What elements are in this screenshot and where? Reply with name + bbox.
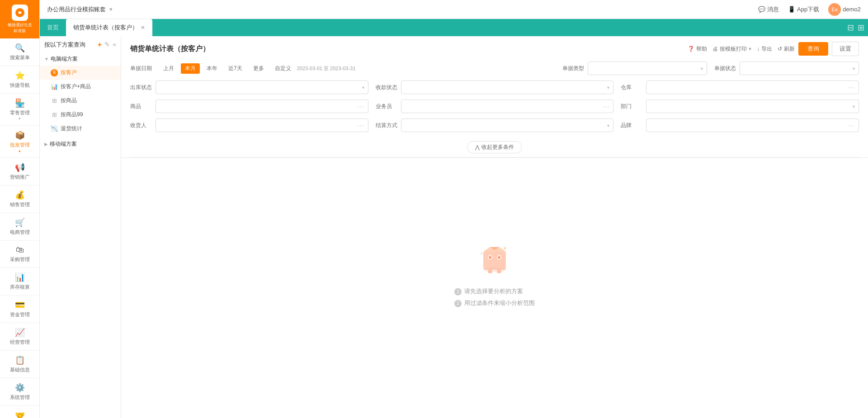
expand-triangle-icon: ▼ [44, 57, 49, 62]
date-btn-last-7[interactable]: 近7天 [224, 63, 246, 74]
pay-status-control[interactable]: ▾ [401, 81, 614, 94]
sidebar-item-label: 库存核算 [10, 284, 30, 290]
scheme-item-by-goods[interactable]: ⊞ 按商品 [40, 94, 121, 108]
tab-home[interactable]: 首页 [40, 19, 66, 36]
filter-settle-method: 结算方式 ▾ [376, 119, 614, 132]
minimize-icon[interactable]: ⊟ [847, 23, 854, 33]
out-status-control[interactable]: ▾ [156, 81, 368, 94]
sidebar-item-sales[interactable]: 💰 销售管理 [0, 185, 39, 213]
main-area: 办公用品行业模拟账套 ▾ 💬 消息 📱 App下载 Ea demo2 首页 [40, 0, 868, 418]
brand-control[interactable]: ··· [646, 119, 859, 132]
scheme-item-by-goods-99[interactable]: ⊞ 按商品99 [40, 108, 121, 122]
sidebar-item-enterprise[interactable]: 🤝 企业协同 [0, 406, 39, 418]
sidebar-item-inventory[interactable]: 📊 库存核算 [0, 268, 39, 295]
sidebar-item-system[interactable]: ⚙️ 系统管理 [0, 378, 39, 406]
collapse-up-icon: ⋀ [475, 144, 480, 151]
sidebar-item-search[interactable]: 🔍 搜索菜单 [0, 38, 39, 66]
scheme-item-label: 按客户+商品 [61, 83, 91, 90]
page-title: 销货单统计表（按客户） [130, 44, 210, 54]
filter-date: 单据日期 上月 本月 本年 近7天 更多 自定义 2023-03-01 至 20… [130, 63, 555, 74]
filter-warehouse: 仓库 ··· [621, 81, 859, 94]
message-button[interactable]: 💬 消息 [758, 5, 779, 14]
collapse-row[interactable]: ⋀ 收起更多条件 [130, 138, 859, 157]
date-shortcuts: 上月 本月 本年 近7天 更多 自定义 [159, 63, 295, 74]
date-btn-last-month[interactable]: 上月 [159, 63, 178, 74]
scheme-group-desktop-header[interactable]: ▼ 电脑端方案 [40, 52, 121, 66]
receiver-control[interactable]: ··· [156, 119, 368, 132]
scheme-group-mobile: ▶ 移动端方案 [40, 138, 121, 151]
sidebar-item-quick-nav[interactable]: ⭐ 快捷导航 [0, 66, 39, 94]
warehouse-dots-icon: ··· [848, 84, 855, 91]
filter-pay-status: 收款状态 ▾ [376, 81, 614, 94]
app-logo: 畅捷通好生意 标准版 [0, 0, 39, 38]
tab-close-icon[interactable]: ✕ [141, 24, 145, 31]
refresh-button[interactable]: ↺ 刷新 [778, 45, 795, 53]
ecommerce-icon: 🛒 [15, 218, 25, 228]
export-button[interactable]: ↓ 导出 [757, 45, 772, 53]
avatar: Ea [828, 3, 841, 16]
goods-control[interactable]: ··· [156, 100, 368, 113]
settle-method-label: 结算方式 [376, 122, 397, 129]
sidebar-item-retail[interactable]: 🏪 零售管理 ▾ [0, 94, 39, 126]
sidebar-item-label: 采购管理 [10, 256, 30, 263]
enterprise-icon: 🤝 [15, 410, 25, 418]
sidebar-item-operation[interactable]: 📈 经营管理 [0, 323, 39, 351]
svg-rect-8 [497, 270, 501, 273]
sidebar-item-base[interactable]: 📋 基础信息 [0, 351, 39, 378]
scheme-item-label: 按商品99 [61, 111, 83, 119]
collapse-panel-button[interactable]: « [113, 41, 116, 49]
print-dropdown-icon[interactable]: ▾ [749, 46, 751, 52]
sidebar-item-label: 基础信息 [10, 366, 30, 373]
filter-order-type: 单据类型 ▾ [562, 62, 707, 75]
user-profile[interactable]: Ea demo2 [828, 3, 861, 16]
scheme-item-customer-goods[interactable]: 📊 按客户+商品 [40, 80, 121, 94]
order-type-chevron-icon: ▾ [701, 66, 703, 71]
tab-sales-stat-label: 销货单统计表（按客户） [73, 24, 138, 32]
header-left: 办公用品行业模拟账套 ▾ [47, 5, 113, 14]
export-icon: ↓ [757, 46, 760, 52]
help-button[interactable]: ❓ 帮助 [688, 45, 707, 53]
sidebar-item-finance[interactable]: 💳 资金管理 [0, 295, 39, 323]
svg-text:✦: ✦ [503, 245, 507, 252]
date-btn-custom[interactable]: 自定义 [271, 63, 295, 74]
scheme-group-mobile-header[interactable]: ▶ 移动端方案 [40, 138, 121, 151]
warehouse-control[interactable]: ··· [646, 81, 859, 94]
sidebar-item-label: 电商管理 [10, 229, 30, 236]
query-button[interactable]: 查询 [798, 42, 828, 56]
sidebar-item-label: 快捷导航 [10, 82, 30, 89]
app-download-button[interactable]: 📱 App下载 [788, 5, 819, 14]
date-btn-more[interactable]: 更多 [249, 63, 268, 74]
maximize-icon[interactable]: ⊞ [858, 23, 864, 33]
sidebar-item-purchase[interactable]: 🛍 采购管理 [0, 241, 39, 268]
pay-status-chevron-icon: ▾ [607, 85, 609, 90]
date-btn-this-year[interactable]: 本年 [203, 63, 222, 74]
edit-scheme-button[interactable]: ✎ [104, 41, 110, 49]
scheme-item-label: 退货统计 [61, 125, 82, 133]
dropdown-icon[interactable]: ▾ [109, 6, 113, 13]
settings-button[interactable]: 设置 [832, 42, 859, 56]
empty-tips: 请先选择要分析的方案 用过滤条件来缩小分析范围 [454, 285, 535, 309]
collapse-button[interactable]: ⋀ 收起更多条件 [467, 141, 522, 153]
settle-method-control[interactable]: ▾ [401, 119, 614, 132]
salesperson-control[interactable]: ··· [401, 100, 614, 113]
order-status-control[interactable]: ▾ [740, 62, 859, 75]
sidebar-item-marketing[interactable]: 📢 营销推广 [0, 158, 39, 185]
sidebar-item-wholesale[interactable]: 📦 批发管理 ▴ [0, 126, 39, 158]
add-scheme-button[interactable]: + [98, 41, 102, 49]
empty-tip-2: 用过滤条件来缩小分析范围 [454, 297, 535, 309]
app-download-label: App下载 [797, 5, 819, 14]
date-btn-this-month[interactable]: 本月 [181, 63, 200, 74]
finance-icon: 💳 [15, 300, 25, 310]
svg-text:✦: ✦ [480, 252, 483, 256]
scheme-group-desktop: ▼ 电脑端方案 客 按客户 📊 按客户+商品 ⊞ 按商品 ⊞ 按商品99 [40, 52, 121, 136]
scheme-item-return-stat[interactable]: 📉 退货统计 [40, 122, 121, 136]
scheme-group-label: 电脑端方案 [51, 55, 78, 63]
out-status-chevron-icon: ▾ [362, 85, 364, 90]
content-wrapper: 按以下方案查询 + ✎ « ▼ 电脑端方案 客 按客户 📊 [40, 36, 868, 418]
scheme-item-by-customer[interactable]: 客 按客户 [40, 66, 121, 80]
dept-control[interactable]: ▾ [646, 100, 859, 113]
order-type-control[interactable]: ▾ [588, 62, 707, 75]
print-template-button[interactable]: 🖨 按模板打印 ▾ [712, 45, 751, 53]
tab-sales-stat[interactable]: 销货单统计表（按客户） ✕ [66, 19, 152, 36]
sidebar-item-ecommerce[interactable]: 🛒 电商管理 [0, 213, 39, 241]
